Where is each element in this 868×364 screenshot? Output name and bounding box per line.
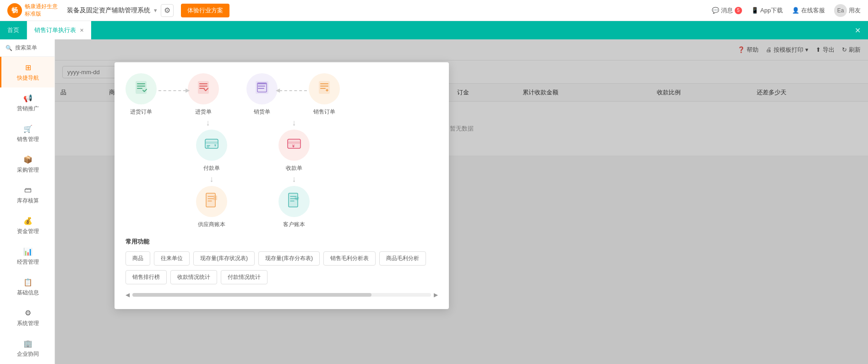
logo-icon: 畅 [7,3,22,18]
avatar: Ea [834,4,847,17]
receipt-icon: ¥ [286,136,302,155]
app-download-button[interactable]: 📱 App下载 [751,6,783,15]
sidebar-item-basic-info[interactable]: 📋 基础信息 [0,272,55,302]
flow-node-purchase-bill[interactable]: 进货单 [188,73,219,116]
flow-node-customer-account[interactable]: 客户账本 [278,186,310,228]
dropdown-arrow-icon[interactable]: ▾ [154,7,157,14]
flow-node-payment[interactable]: ¥ 付款单 [196,130,227,172]
func-btn-sales-ranking[interactable]: 销售排行榜 [126,270,167,284]
func-buttons-row1: 商品 往来单位 现存量(库存状况表) 现存量(库存分布表) 销售毛利分析表 商品… [126,251,438,266]
settings-button[interactable]: ⚙ [161,4,174,17]
system-icon: ⚙ [23,308,33,318]
flow-node-supplier-account[interactable]: 供应商账本 [196,186,227,228]
sales-bill-icon [254,79,270,99]
customer-account-label: 客户账本 [283,221,305,228]
modal-scrollbar: ◀ ▶ [126,292,438,298]
supplier-account-icon [203,192,220,212]
sales-order-icon [316,79,333,99]
message-icon: 💬 [712,7,719,14]
func-btn-inventory-status[interactable]: 现存量(库存状况表) [193,251,255,266]
flow-node-sales-order[interactable]: 销售订单 [309,73,340,116]
main-layout: 🔍 搜索菜单 ⊞ 快捷导航 📢 营销推广 🛒 销售管理 📦 采购管理 🗃 库存核… [0,39,868,364]
payment-icon: ¥ [203,136,220,155]
func-btn-receipt-stats[interactable]: 收款情况统计 [170,270,217,284]
svg-point-18 [295,196,299,201]
func-btn-payment-stats[interactable]: 付款情况统计 [221,270,267,284]
sidebar-item-quick-nav[interactable]: ⊞ 快捷导航 [0,57,55,87]
receipt-circle: ¥ [278,130,310,161]
modal-overlay: 进货订单 ▶ [55,39,868,364]
func-buttons-row2: 销售排行榜 收款情况统计 付款情况统计 [126,270,438,284]
basic-info-icon: 📋 [23,277,33,287]
sidebar-item-operations[interactable]: 📊 经营管理 [0,241,55,272]
purchase-bill-label: 进货单 [195,108,212,116]
payment-circle: ¥ [196,130,227,161]
supplier-account-label: 供应商账本 [198,221,225,228]
header-right: 💬 消息 5 📱 App下载 👤 在线客服 Ea 用友 [712,4,861,17]
sales-order-circle [309,73,340,104]
download-icon: 📱 [751,7,759,14]
trial-button[interactable]: 体验行业方案 [181,4,229,17]
payment-label: 付款单 [203,164,220,172]
message-button[interactable]: 💬 消息 5 [712,6,742,15]
logo-text: 畅康通好生意 标准版 [25,3,58,17]
sidebar-item-purchase[interactable]: 📦 采购管理 [0,149,55,179]
scrollbar-track[interactable] [132,293,431,297]
purchase-order-icon [133,79,149,99]
svg-rect-15 [213,196,217,200]
top-header: 畅 畅康通好生意 标准版 装备及固定资产辅助管理系统 ▾ ⚙ 体验行业方案 💬 … [0,0,868,21]
sidebar-item-enterprise[interactable]: 🏢 企业协同 [0,333,55,364]
svg-rect-1 [198,81,209,94]
purchase-bill-circle [188,73,219,104]
flow-node-sales-bill[interactable]: 销货单 [246,73,278,116]
system-title-area: 装备及固定资产辅助管理系统 ▾ ⚙ 体验行业方案 [67,4,229,17]
supplier-account-circle [196,186,227,217]
system-title: 装备及固定资产辅助管理系统 [67,6,150,15]
nav-tabs: 首页 销售订单执行表 ✕ ✕ [0,21,868,39]
tab-close-icon[interactable]: ✕ [80,27,84,33]
search-menu-item[interactable]: 🔍 搜索菜单 [0,39,55,57]
message-badge: 5 [735,7,742,14]
tab-home[interactable]: 首页 [0,21,27,39]
svg-text:¥: ¥ [292,144,295,148]
modal-box: 进货订单 ▶ [115,62,449,309]
func-btn-counterpart[interactable]: 往来单位 [154,251,190,266]
func-btn-sales-margin[interactable]: 销售毛利分析表 [323,251,376,266]
func-btn-inventory-dist[interactable]: 现存量(库存分布表) [258,251,320,266]
flow-row-3: 供应商账本 [126,186,438,228]
sidebar-item-inventory[interactable]: 🗃 库存核算 [0,179,55,210]
close-all-icon: ✕ [855,26,861,35]
flow-row-1: 进货订单 ▶ [126,73,438,116]
scrollbar-thumb [132,293,371,297]
customer-account-icon [286,192,302,212]
finance-icon: 💰 [23,216,33,226]
close-all-tabs-button[interactable]: ✕ [847,21,868,39]
flow-node-purchase-order[interactable]: 进货订单 [126,73,157,116]
inventory-icon: 🗃 [23,185,33,195]
scroll-right-icon[interactable]: ▶ [434,292,438,298]
func-btn-product-margin[interactable]: 商品毛利分析 [379,251,426,266]
operations-icon: 📊 [23,246,33,256]
func-btn-product[interactable]: 商品 [126,251,150,266]
svg-text:¥: ¥ [214,144,216,147]
common-functions-title: 常用功能 [126,238,438,246]
sales-order-label: 销售订单 [313,108,335,116]
customer-account-circle [278,186,310,217]
sidebar-item-system[interactable]: ⚙ 系统管理 [0,302,55,333]
service-icon: 👤 [792,7,799,14]
sidebar-item-sales[interactable]: 🛒 销售管理 [0,118,55,149]
sales-bill-circle [246,73,278,104]
logo-area: 畅 畅康通好生意 标准版 [7,3,62,18]
tab-sales-order-execution[interactable]: 销售订单执行表 ✕ [27,21,91,39]
flow-node-receipt[interactable]: ¥ 收款单 [278,130,310,172]
sidebar-item-marketing[interactable]: 📢 营销推广 [0,87,55,118]
sidebar-item-finance[interactable]: 💰 资金管理 [0,210,55,241]
sales-icon: 🛒 [23,124,33,134]
receipt-label: 收款单 [286,164,302,172]
purchase-order-label: 进货订单 [130,108,152,116]
svg-rect-4 [319,81,330,94]
purchase-order-circle [126,73,157,104]
online-service-button[interactable]: 👤 在线客服 [792,6,825,15]
user-menu[interactable]: Ea 用友 [834,4,861,17]
scroll-left-icon[interactable]: ◀ [126,292,130,298]
